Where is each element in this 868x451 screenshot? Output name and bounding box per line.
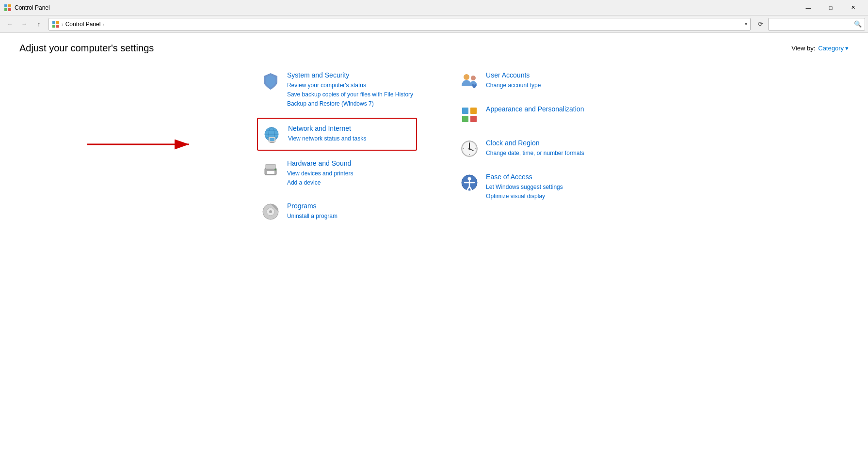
svg-rect-5 (56, 21, 59, 24)
svg-point-23 (269, 210, 272, 213)
svg-rect-18 (267, 171, 274, 174)
svg-point-40 (468, 177, 471, 181)
address-icon (52, 20, 60, 28)
network-internet-text: Network and Internet View network status… (288, 124, 366, 143)
search-icon: 🔍 (854, 20, 862, 28)
system-security-name[interactable]: System and Security (287, 71, 413, 79)
svg-rect-15 (271, 141, 273, 142)
appearance-text: Appearance and Personalization (486, 105, 584, 115)
category-user-accounts[interactable]: User Accounts Change account type (456, 65, 611, 96)
address-separator: › (62, 21, 64, 27)
system-security-icon (261, 71, 280, 91)
programs-icon (261, 202, 280, 221)
system-security-text: System and Security Review your computer… (287, 71, 413, 109)
svg-rect-4 (52, 21, 55, 24)
system-security-link2[interactable]: Save backup copies of your files with Fi… (287, 90, 413, 99)
programs-text: Programs Uninstall a program (287, 202, 338, 221)
svg-point-24 (464, 74, 469, 80)
svg-point-25 (471, 76, 476, 80)
network-internet-link1[interactable]: View network status and tasks (288, 134, 366, 143)
right-column: User Accounts Change account type (456, 65, 611, 227)
clock-region-name[interactable]: Clock and Region (486, 139, 584, 147)
left-column: System and Security Review your computer… (257, 65, 417, 227)
hardware-sound-link1[interactable]: View devices and printers (287, 169, 354, 178)
clock-region-icon (460, 139, 479, 158)
hardware-sound-link2[interactable]: Add a device (287, 178, 354, 187)
svg-rect-6 (52, 25, 55, 28)
user-accounts-icon (460, 71, 479, 91)
view-by-value: Category (818, 45, 844, 52)
category-system-security[interactable]: System and Security Review your computer… (257, 65, 417, 115)
address-bar[interactable]: › Control Panel › ▾ (48, 18, 751, 31)
categories-container: System and Security Review your computer… (19, 65, 849, 227)
svg-rect-2 (4, 8, 7, 11)
forward-button[interactable]: → (17, 17, 31, 31)
search-input[interactable] (772, 21, 852, 28)
maximize-button[interactable]: □ (820, 0, 842, 16)
programs-link1[interactable]: Uninstall a program (287, 212, 338, 221)
ease-access-name[interactable]: Ease of Access (486, 173, 563, 181)
ease-access-icon (460, 173, 479, 192)
hardware-sound-icon (261, 159, 280, 179)
page-title: Adjust your computer's settings (19, 43, 154, 54)
svg-rect-14 (270, 138, 274, 141)
minimize-button[interactable]: — (797, 0, 820, 16)
appearance-name[interactable]: Appearance and Personalization (486, 105, 584, 113)
ease-access-text: Ease of Access Let Windows suggest setti… (486, 173, 563, 201)
ease-access-link2[interactable]: Optimize visual display (486, 192, 563, 201)
user-accounts-name[interactable]: User Accounts (486, 71, 541, 79)
refresh-button[interactable]: ⟳ (754, 17, 767, 31)
category-network-internet[interactable]: Network and Internet View network status… (257, 118, 417, 151)
category-clock-region[interactable]: Clock and Region Change date, time, or n… (456, 133, 611, 164)
view-by-dropdown-icon: ▾ (845, 45, 849, 52)
close-button[interactable]: ✕ (842, 0, 864, 16)
view-by-control: View by: Category ▾ (791, 45, 849, 52)
svg-rect-27 (470, 108, 477, 114)
view-by-label: View by: (791, 45, 815, 52)
user-accounts-link1[interactable]: Change account type (486, 81, 541, 90)
window-controls: — □ ✕ (797, 0, 864, 16)
address-separator2: › (102, 21, 104, 27)
svg-point-20 (274, 169, 276, 171)
window-title: Control Panel (15, 4, 797, 11)
hardware-sound-text: Hardware and Sound View devices and prin… (287, 159, 354, 187)
hardware-sound-name[interactable]: Hardware and Sound (287, 159, 354, 167)
address-dropdown-btn[interactable]: ▾ (745, 21, 747, 27)
view-by-button[interactable]: Category ▾ (818, 45, 849, 52)
clock-region-link1[interactable]: Change date, time, or number formats (486, 149, 584, 158)
nav-bar: ← → ↑ › Control Panel › ▾ ⟳ 🔍 (0, 16, 868, 33)
appearance-icon (460, 105, 479, 124)
back-button[interactable]: ← (3, 17, 16, 31)
category-ease-access[interactable]: Ease of Access Let Windows suggest setti… (456, 167, 611, 207)
category-appearance[interactable]: Appearance and Personalization (456, 99, 611, 130)
address-control-panel[interactable]: Control Panel (65, 21, 101, 28)
ease-access-link1[interactable]: Let Windows suggest settings (486, 183, 563, 192)
svg-rect-0 (4, 4, 7, 7)
app-icon (4, 4, 12, 12)
programs-name[interactable]: Programs (287, 202, 338, 210)
clock-region-text: Clock and Region Change date, time, or n… (486, 139, 584, 158)
svg-rect-16 (270, 142, 274, 143)
category-programs[interactable]: Programs Uninstall a program (257, 196, 417, 227)
svg-rect-1 (8, 4, 11, 7)
page-header: Adjust your computer's settings View by:… (19, 43, 849, 54)
svg-rect-7 (56, 25, 59, 28)
title-bar: Control Panel — □ ✕ (0, 0, 868, 16)
svg-rect-26 (462, 108, 468, 114)
svg-rect-3 (8, 8, 11, 11)
user-accounts-text: User Accounts Change account type (486, 71, 541, 90)
svg-rect-29 (470, 116, 477, 122)
system-security-link1[interactable]: Review your computer's status (287, 81, 413, 90)
system-security-link3[interactable]: Backup and Restore (Windows 7) (287, 99, 413, 109)
up-button[interactable]: ↑ (32, 17, 46, 31)
svg-rect-28 (462, 116, 468, 122)
svg-rect-19 (266, 164, 275, 169)
search-bar: 🔍 (768, 18, 865, 31)
network-internet-icon (262, 124, 281, 144)
svg-point-34 (468, 148, 470, 150)
network-internet-name[interactable]: Network and Internet (288, 124, 366, 132)
category-hardware-sound[interactable]: Hardware and Sound View devices and prin… (257, 154, 417, 193)
main-content: Adjust your computer's settings View by:… (0, 33, 868, 451)
